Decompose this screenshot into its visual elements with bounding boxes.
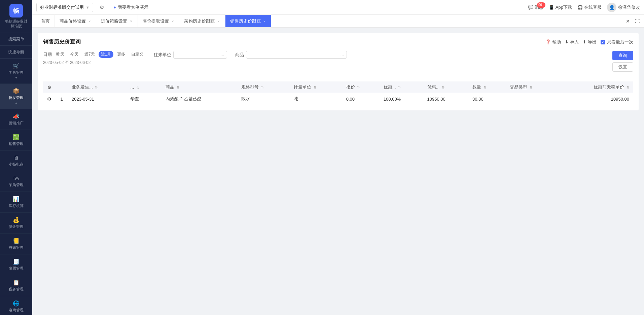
app-icon: 📱 [549,5,554,10]
sidebar-item-sales[interactable]: 💹 销售管理 [0,130,32,151]
col-pretax-price[interactable]: 优惠前无税单价 ⇅ [558,81,633,93]
chevron-down-icon: ▼ [86,5,90,9]
sidebar-item-marketing[interactable]: 📣 营销推广 [0,109,32,130]
user-menu-button[interactable]: 👤 徐泽华修改 [607,3,640,12]
date-btn-custom[interactable]: 自定义 [129,51,146,58]
accounting-icon: 📒 [13,238,20,244]
date-filter-row: 日期 昨天 今天 近7天 近1月 更多 自定义 [43,51,146,58]
col-more[interactable]: ... ⇅ [126,81,162,93]
purchase-icon: 🛍 [13,175,19,181]
col-biz-date[interactable]: 业务发生... ⇅ [68,81,126,93]
query-button[interactable]: 查询 [612,51,633,60]
ecommerce-small-icon: 🖥 [13,155,19,161]
tab-price-settings[interactable]: 商品价格设置 × [55,15,96,28]
ecommerce-icon: 🌐 [13,300,20,307]
sidebar-logo[interactable]: 畅 畅捷通好业财 标准版 [0,0,32,33]
col-product[interactable]: 商品 ⇅ [162,81,237,93]
sidebar-item-retail[interactable]: 🛒 零售管理 ▼ [0,59,32,84]
online-service-button[interactable]: 🎧 在线客服 [577,4,602,10]
col-discount1[interactable]: 优惠... ⇅ [380,81,423,93]
topbar-right: 💬 消息 99+ 📱 App下载 🎧 在线客服 👤 徐泽华修改 [528,3,640,12]
message-button[interactable]: 💬 消息 99+ [528,4,543,10]
col-discount2[interactable]: 优惠... ⇅ [423,81,469,93]
row-discount2: 10950.00 [423,93,469,105]
import-icon: ⬇ [565,39,569,44]
from-unit-label: 往来单位 [154,52,171,58]
product-dots-button[interactable]: ... [341,52,344,57]
tab-close-purchase-strategy[interactable]: × [129,19,133,24]
app-download-button[interactable]: 📱 App下载 [549,4,572,10]
page-card: 销售历史价查询 ❓ 帮助 ⬇ 导入 ⬆ 导出 ✓ [38,33,639,110]
tab-home[interactable]: 首页 [36,15,55,28]
tab-sale-extract[interactable]: 售价提取设置 × [138,15,179,28]
product-selector[interactable]: 好业财标准版交付试用 ▼ [36,3,93,12]
demo-button[interactable]: ● 我要看实例演示 [113,4,148,10]
date-range-text: 2023-05-02 至 2023-06-02 [43,60,146,66]
help-button[interactable]: ❓ 帮助 [545,39,561,45]
only-last-checkbox-label[interactable]: ✓ 只看最后一次 [601,39,633,45]
product-selector-text: 好业财标准版交付试用 [40,4,84,10]
sidebar-item-tax[interactable]: 📋 税务管理 [0,275,32,296]
col-qty[interactable]: 数量 ⇅ [468,81,506,93]
tab-close-sales-history[interactable]: × [263,19,266,24]
export-icon: ⬆ [583,39,586,44]
tab-close-price-settings[interactable]: × [88,19,91,24]
col-spec[interactable]: 规格型号 ⇅ [237,81,290,93]
col-unit[interactable]: 计量单位 ⇅ [290,81,342,93]
topbar-settings-button[interactable]: ⚙ [97,3,107,12]
sidebar-item-invoice[interactable]: 🧾 发票管理 [0,254,32,275]
inventory-icon: 📊 [13,196,20,202]
tabs-controls: ✕ ⛶ [621,17,644,25]
date-btn-7days[interactable]: 近7天 [82,51,97,58]
tab-maximize-button[interactable]: ⛶ [633,17,641,25]
sidebar-item-accounting[interactable]: 📒 总账管理 [0,234,32,254]
from-unit-input[interactable]: ... [173,51,227,59]
table-header-row: ⚙ 业务发生... ⇅ ... ⇅ 商品 [43,81,633,93]
help-icon: ❓ [545,39,551,44]
sidebar-item-wholesale[interactable]: 📦 批发管理 ▲ [0,84,32,109]
invoice-icon: 🧾 [13,258,20,265]
sidebar-item-finance[interactable]: 💰 资金管理 [0,213,32,234]
chevron-up-icon: ▲ [15,101,18,105]
row-num: 1 [56,93,68,105]
from-unit-dots-button[interactable]: ... [221,52,224,57]
col-gear[interactable]: ⚙ [43,81,56,93]
sidebar-quick-nav[interactable]: 快捷导航 [0,46,32,59]
import-button[interactable]: ⬇ 导入 [565,39,579,45]
demo-icon: ● [113,5,116,10]
sidebar-item-ecommerce[interactable]: 🌐 电商管理 [0,296,32,315]
logo-icon: 畅 [9,4,23,18]
data-table: ⚙ 业务发生... ⇅ ... ⇅ 商品 [43,81,633,105]
date-btn-1month[interactable]: 近1月 [99,51,114,58]
date-btn-yesterday[interactable]: 昨天 [54,51,67,58]
product-input[interactable]: ... [246,51,347,59]
from-unit-filter-row: 往来单位 ... [154,51,227,59]
date-btn-more[interactable]: 更多 [115,51,128,58]
export-button[interactable]: ⬆ 导出 [583,39,597,45]
sidebar-item-inventory[interactable]: 📊 库存核算 [0,192,32,213]
date-btn-today[interactable]: 今天 [68,51,81,58]
tab-purchase-strategy[interactable]: 进价策略设置 × [96,15,138,28]
sidebar-item-ecommerce-small[interactable]: 🖥 小畅电商 [0,151,32,171]
sort-icon-product: ⇅ [177,85,179,89]
tab-close-purchase-history[interactable]: × [217,19,220,24]
tax-icon: 📋 [13,279,20,286]
tab-sales-history[interactable]: 销售历史价跟踪 × [225,15,271,28]
message-icon: 💬 [528,5,533,10]
page-header: 销售历史价查询 ❓ 帮助 ⬇ 导入 ⬆ 导出 ✓ [43,38,633,45]
sidebar-search[interactable]: 搜索菜单 [0,33,32,46]
col-trade-type[interactable]: 交易类型 ⇅ [506,81,558,93]
row-gear[interactable]: ⚙ [43,93,56,105]
tab-purchase-history[interactable]: 采购历史价跟踪 × [179,15,225,28]
col-price[interactable]: 报价 ⇅ [342,81,380,93]
row-unit: 吨 [290,93,342,105]
filter-area: 日期 昨天 今天 近7天 近1月 更多 自定义 2023-05-02 至 202… [43,51,633,76]
tab-close-button[interactable]: ✕ [624,17,632,25]
sidebar-item-purchase[interactable]: 🛍 采购管理 [0,171,32,192]
only-last-checkbox[interactable]: ✓ [601,40,605,44]
settings-button[interactable]: 设置 [612,62,633,72]
product-label: 商品 [235,52,244,58]
topbar: 好业财标准版交付试用 ▼ ⚙ ● 我要看实例演示 💬 消息 99+ 📱 App下… [32,0,644,15]
retail-icon: 🛒 [13,63,20,69]
tab-close-sale-extract[interactable]: × [171,19,174,24]
